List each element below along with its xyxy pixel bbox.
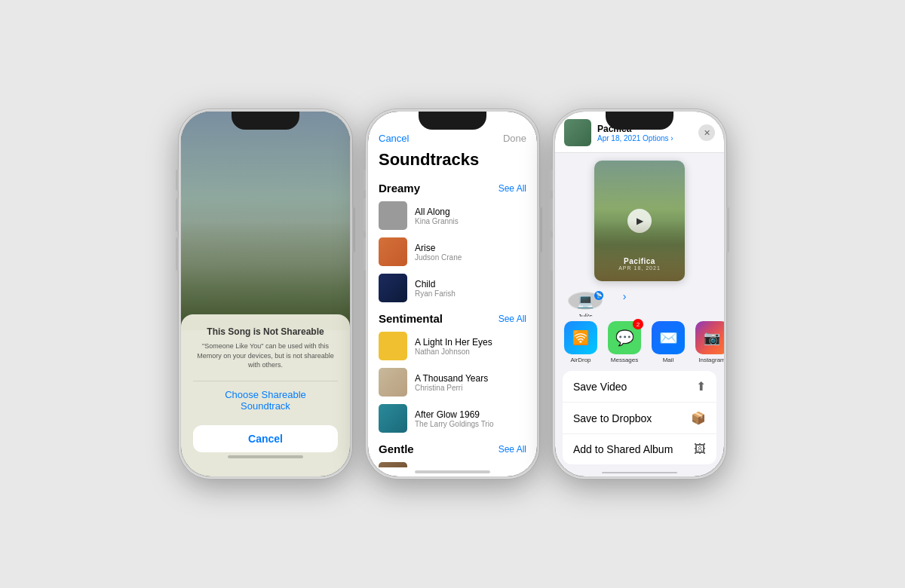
volume-up-button-3 (550, 198, 553, 231)
track-story-told[interactable]: A Story Told Whynot Jansveld (368, 458, 537, 467)
track-thumb (379, 404, 407, 433)
add-shared-album-label: Add to Shared Album (573, 443, 673, 455)
contacts-more-arrow[interactable]: › (614, 287, 635, 314)
track-artist: Ryan Farish (415, 289, 526, 298)
cancel-button-2[interactable]: Cancel (379, 133, 409, 144)
save-dropbox-action[interactable]: Save to Dropbox 📦 (563, 403, 716, 434)
share-date-options[interactable]: Apr 18, 2021 Options › (597, 134, 692, 142)
track-info: Child Ryan Farish (415, 279, 526, 298)
track-light-in-her-eyes[interactable]: A Light In Her Eyes Nathan Johnson (368, 328, 537, 364)
mute-button-3 (550, 170, 553, 191)
volume-up-button (176, 198, 179, 231)
phone-1-screen: This Song is Not Shareable "Someone Like… (181, 112, 350, 476)
video-preview[interactable]: ▶ Pacifica APR 18, 2021 (594, 161, 685, 281)
phone-1-content: This Song is Not Shareable "Someone Like… (181, 112, 350, 476)
section-sentimental-header: Sentimental See All (368, 306, 537, 328)
mail-symbol: ✉️ (659, 329, 678, 347)
mail-icon: ✉️ (652, 321, 685, 354)
mute-button (176, 170, 179, 191)
track-thumb (379, 332, 407, 360)
notch (232, 112, 299, 130)
track-thumb (379, 274, 407, 302)
section-gentle-header: Gentle See All (368, 436, 537, 458)
section-gentle-label: Gentle (379, 443, 414, 455)
track-artist: Judson Crane (415, 253, 526, 262)
instagram-symbol: 📷 (704, 329, 720, 346)
instagram-icon: 📷 (695, 321, 724, 354)
section-sentimental-label: Sentimental (379, 312, 443, 325)
volume-up-button-2 (363, 198, 366, 231)
cancel-button[interactable]: Cancel (193, 425, 338, 452)
share-apps-row: 🛜 AirDrop 💬 2 Messages ✉️ (555, 317, 724, 368)
mail-app[interactable]: ✉️ Mail (652, 321, 685, 363)
contacts-row: 💻 📡 Juli'sMacBook Air › (555, 287, 724, 317)
messages-app[interactable]: 💬 2 Messages (608, 321, 641, 363)
modal-title: This Song is Not Shareable (193, 326, 338, 337)
track-artist: The Larry Goldings Trio (415, 420, 526, 428)
airdrop-badge: 📡 (594, 291, 603, 300)
save-video-action[interactable]: Save Video ⬆ (563, 371, 716, 403)
track-child[interactable]: Child Ryan Farish (368, 270, 537, 306)
share-preview: ▶ Pacifica APR 18, 2021 (555, 153, 724, 287)
track-name: Child (415, 279, 526, 289)
instagram-app[interactable]: 📷 Instagram (695, 321, 724, 363)
phone-2-screen: Cancel Done Soundtracks Dreamy See All A… (368, 112, 537, 476)
dropbox-icon: 📦 (691, 411, 706, 425)
track-after-glow[interactable]: After Glow 1969 The Larry Goldings Trio (368, 400, 537, 436)
instagram-label: Instagram (698, 357, 724, 363)
sentimental-see-all[interactable]: See All (499, 314, 526, 324)
track-thousand-years[interactable]: A Thousand Years Christina Perri (368, 364, 537, 400)
volume-down-button (176, 237, 179, 271)
track-name: A Thousand Years (415, 373, 526, 384)
track-info: A Light In Her Eyes Nathan Johnson (415, 337, 526, 356)
track-info: A Story Told Whynot Jansveld (415, 467, 526, 468)
macbook-avatar: 💻 📡 (568, 292, 603, 310)
messages-icon: 💬 2 (608, 321, 641, 354)
volume-down-button-3 (550, 237, 553, 271)
home-indicator (228, 455, 303, 458)
background-image (181, 112, 350, 330)
done-button[interactable]: Done (503, 133, 526, 144)
track-info: Arise Judson Crane (415, 243, 526, 262)
phone-3-screen: Pacifica Apr 18, 2021 Options › ✕ ▶ (555, 112, 724, 476)
save-video-icon: ⬆ (696, 379, 706, 394)
power-button-3 (726, 207, 729, 253)
video-title: Pacifica (594, 257, 685, 265)
airdrop-icon: 🛜 (564, 321, 597, 354)
gentle-see-all[interactable]: See All (499, 444, 526, 455)
track-thumb (379, 462, 407, 467)
add-shared-album-action[interactable]: Add to Shared Album 🖼 (563, 434, 716, 464)
phone-1: This Song is Not Shareable "Someone Like… (179, 109, 352, 479)
modal-description: "Someone Like You" can be used with this… (193, 341, 338, 370)
phone-3: Pacifica Apr 18, 2021 Options › ✕ ▶ (553, 109, 726, 479)
home-indicator-2 (415, 470, 490, 473)
save-dropbox-label: Save to Dropbox (573, 412, 652, 424)
soundtracks-list: Dreamy See All All Along Kina Grannis (368, 176, 537, 467)
close-icon: ✕ (704, 128, 710, 138)
airdrop-symbol: 🛜 (572, 329, 589, 346)
choose-soundtrack-button[interactable]: Choose Shareable Soundtrack (193, 381, 338, 419)
track-name: After Glow 1969 (415, 409, 526, 420)
power-button (352, 207, 355, 253)
contact-macbook[interactable]: 💻 📡 Juli'sMacBook Air (564, 292, 606, 312)
soundtracks-screen: Cancel Done Soundtracks Dreamy See All A… (368, 112, 537, 476)
track-all-along[interactable]: All Along Kina Grannis (368, 198, 537, 234)
mail-label: Mail (663, 357, 674, 363)
track-info: All Along Kina Grannis (415, 207, 526, 225)
airdrop-app[interactable]: 🛜 AirDrop (564, 321, 597, 363)
track-name: Arise (415, 243, 526, 253)
video-title-overlay: Pacifica APR 18, 2021 (594, 257, 685, 271)
share-actions-list: Save Video ⬆ Save to Dropbox 📦 Add to Sh… (563, 371, 716, 464)
soundtracks-title: Soundtracks (368, 150, 537, 176)
track-arise[interactable]: Arise Judson Crane (368, 234, 537, 270)
airdrop-icon-small: 📡 (596, 292, 603, 299)
volume-down-button-2 (363, 237, 366, 271)
track-info: A Thousand Years Christina Perri (415, 373, 526, 392)
save-video-label: Save Video (573, 381, 627, 393)
mute-button-2 (363, 170, 366, 191)
section-dreamy-label: Dreamy (379, 182, 420, 194)
dreamy-see-all[interactable]: See All (499, 183, 526, 194)
close-button[interactable]: ✕ (698, 124, 715, 141)
track-thumb (379, 237, 407, 266)
messages-label: Messages (611, 357, 638, 363)
